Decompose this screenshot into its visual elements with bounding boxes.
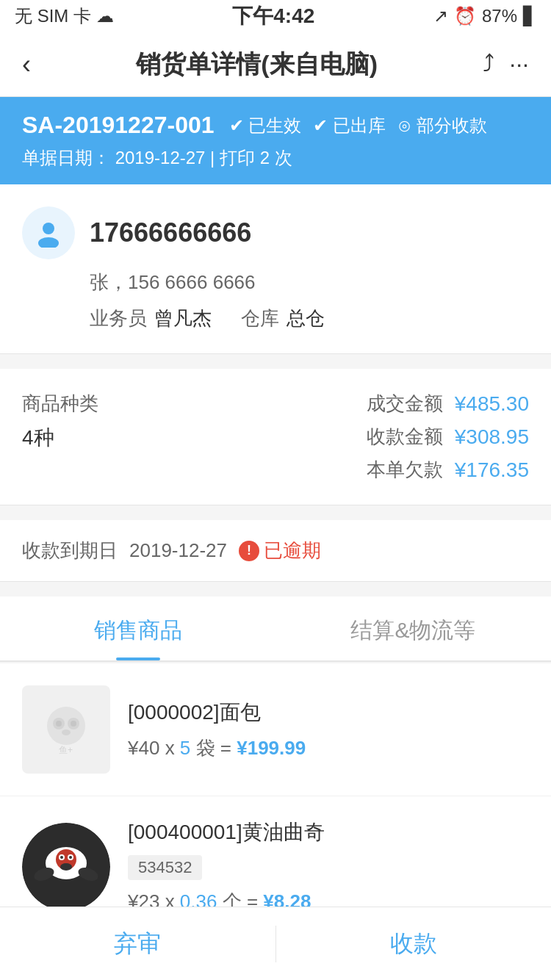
- nav-bar: ‹ 销货单详情(来自电脑) ⤴ ···: [0, 32, 551, 97]
- due-date-label: 收款到期日: [22, 538, 118, 563]
- debt-value: ¥176.35: [455, 458, 529, 482]
- warehouse-value: 总仓: [287, 306, 325, 331]
- svg-point-7: [62, 729, 71, 735]
- svg-point-5: [56, 721, 62, 727]
- due-date-value: 2019-12-27: [129, 539, 227, 562]
- salesperson-value: 曾凡杰: [154, 306, 212, 331]
- avatar: [22, 206, 75, 259]
- deal-value: ¥485.30: [455, 392, 529, 416]
- order-header: SA-20191227-001 ✔ 已生效 ✔ 已出库 ⊙ 部分收款 单据日期：…: [0, 97, 551, 184]
- svg-point-1: [38, 237, 59, 248]
- products-section: 鱼+ [0000002]面包 ¥40 x 5 袋 = ¥199.99: [0, 663, 551, 937]
- order-date: 单据日期： 2019-12-27 | 打印 2 次: [22, 146, 529, 170]
- salesperson-label: 业务员: [90, 306, 147, 331]
- product-name-1: [000400001]黄油曲奇: [128, 818, 529, 846]
- customer-phone: 17666666666: [90, 217, 251, 248]
- order-id: SA-20191227-001: [22, 112, 215, 139]
- location-icon: ↗: [433, 6, 448, 26]
- kind-count: 4种: [22, 424, 98, 452]
- tab-underline: [116, 657, 160, 660]
- overdue-text: 已逾期: [264, 538, 321, 563]
- badge-partial-payment: ⊙ 部分收款: [397, 114, 487, 137]
- due-date-section: 收款到期日 2019-12-27 ! 已逾期: [0, 520, 551, 582]
- back-button[interactable]: ‹: [22, 49, 31, 80]
- tab-settlement-logistics[interactable]: 结算&物流等: [276, 597, 551, 660]
- svg-point-15: [69, 856, 72, 859]
- sim-label: 无 SIM 卡 ☁: [15, 4, 114, 28]
- debt-label: 本单欠款: [367, 457, 443, 483]
- status-bar: 无 SIM 卡 ☁ 下午4:42 ↗ ⏰ 87% ▋: [0, 0, 551, 32]
- page-title: 销货单详情(来自电脑): [136, 48, 378, 82]
- debt-amount-row: 本单欠款 ¥176.35: [367, 457, 529, 483]
- status-bar-right: ↗ ⏰ 87% ▋: [433, 6, 536, 26]
- product-item: 鱼+ [0000002]面包 ¥40 x 5 袋 = ¥199.99: [0, 663, 551, 796]
- customer-meta: 业务员 曾凡杰 仓库 总仓: [22, 306, 529, 331]
- warehouse-label: 仓库: [241, 306, 279, 331]
- summary-left: 商品种类 4种: [22, 391, 98, 452]
- salesperson-item: 业务员 曾凡杰: [90, 306, 212, 331]
- order-badges: ✔ 已生效 ✔ 已出库 ⊙ 部分收款: [229, 114, 487, 137]
- alarm-icon: ⏰: [454, 6, 476, 26]
- tab-sales-products[interactable]: 销售商品: [0, 597, 276, 660]
- product-info-0: [0000002]面包 ¥40 x 5 袋 = ¥199.99: [128, 699, 529, 761]
- battery-label: 87%: [482, 6, 517, 26]
- svg-point-14: [60, 856, 63, 859]
- receipt-amount-row: 收款金额 ¥308.95: [367, 424, 529, 450]
- overdue-icon: !: [239, 541, 259, 561]
- receipt-value: ¥308.95: [455, 425, 529, 449]
- bottom-bar: 弃审 收款: [0, 907, 551, 980]
- summary-right: 成交金额 ¥485.30 收款金额 ¥308.95 本单欠款 ¥176.35: [367, 391, 529, 483]
- badge-effective: ✔ 已生效: [229, 114, 302, 137]
- warehouse-item: 仓库 总仓: [241, 306, 325, 331]
- abandon-review-button[interactable]: 弃审: [0, 913, 276, 975]
- product-name-0: [0000002]面包: [128, 699, 529, 727]
- nav-actions: ⤴ ···: [483, 51, 529, 78]
- product-image-0: 鱼+: [22, 685, 110, 774]
- customer-name: 张，156 6666 6666: [22, 270, 529, 295]
- overdue-badge: ! 已逾期: [239, 538, 321, 563]
- battery-icon: ▋: [523, 6, 536, 26]
- kind-label: 商品种类: [22, 391, 98, 417]
- status-bar-time: 下午4:42: [232, 2, 314, 30]
- share-button[interactable]: ⤴: [483, 51, 494, 78]
- more-button[interactable]: ···: [509, 51, 529, 78]
- product-image-1: [22, 823, 110, 911]
- customer-main: 17666666666: [22, 206, 529, 259]
- product-price-0: ¥40 x 5 袋 = ¥199.99: [128, 735, 529, 761]
- summary-section: 商品种类 4种 成交金额 ¥485.30 收款金额 ¥308.95 本单欠款 ¥…: [0, 369, 551, 505]
- customer-section: 17666666666 张，156 6666 6666 业务员 曾凡杰 仓库 总…: [0, 184, 551, 354]
- product-sku-1: 534532: [128, 855, 202, 880]
- tabs-section: 销售商品 结算&物流等: [0, 597, 551, 662]
- svg-point-2: [47, 707, 85, 745]
- badge-shipped: ✔ 已出库: [313, 114, 386, 137]
- product-info-1: [000400001]黄油曲奇 534532 ¥23 x 0.36 个 = ¥8…: [128, 818, 529, 915]
- collect-payment-button[interactable]: 收款: [276, 913, 552, 975]
- svg-point-6: [71, 721, 76, 727]
- tabs-row: 销售商品 结算&物流等: [0, 597, 551, 660]
- svg-text:鱼+: 鱼+: [59, 745, 73, 755]
- status-bar-left: 无 SIM 卡 ☁: [15, 4, 114, 28]
- deal-amount-row: 成交金额 ¥485.30: [367, 391, 529, 417]
- deal-label: 成交金额: [367, 391, 443, 417]
- receipt-label: 收款金额: [367, 424, 443, 450]
- svg-point-0: [43, 223, 54, 234]
- svg-point-16: [60, 863, 72, 871]
